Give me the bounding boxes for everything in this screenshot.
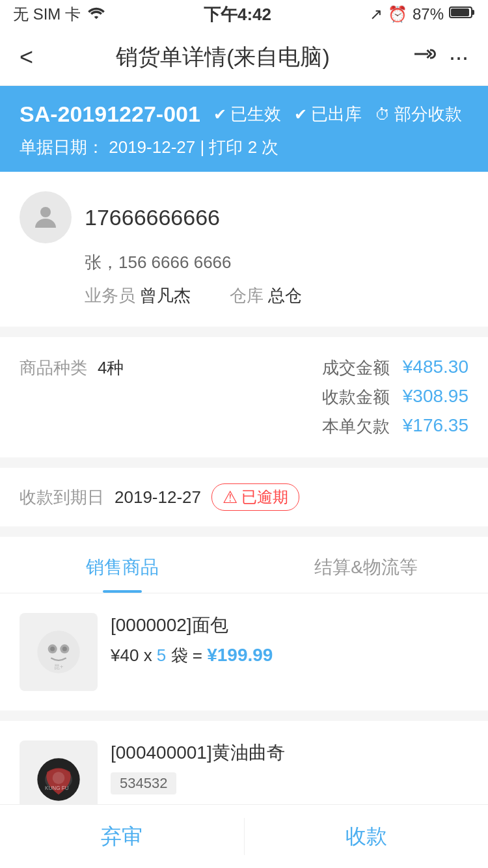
status-time: 下午4:42	[204, 3, 271, 26]
product-info-1: [0000002]面包 ¥40 x 5 袋 = ¥199.99	[111, 613, 468, 667]
order-id-row: SA-20191227-001 ✔ 已生效 ✔ 已出库 ⏱ 部分收款	[20, 102, 468, 127]
badge-partial: ⏱ 部分收款	[375, 103, 462, 126]
status-right: ↗ ⏰ 87%	[370, 5, 475, 23]
svg-point-12	[53, 772, 65, 784]
customer-phone: 17666666666	[85, 205, 220, 230]
wifi-icon	[87, 5, 105, 23]
product-sku-2: 534532	[111, 772, 176, 794]
page-title: 销货单详情(来自电脑)	[116, 42, 330, 72]
nav-bar: < 销货单详情(来自电脑) ···	[0, 29, 488, 86]
confirm-button[interactable]: 收款	[245, 805, 489, 868]
overdue-icon: ⚠	[223, 487, 237, 508]
tab-settlement[interactable]: 结算&物流等	[244, 537, 488, 593]
warehouse-meta: 仓库 总仓	[230, 284, 302, 307]
share-icon[interactable]	[413, 42, 436, 72]
product-name-2: [000400001]黄油曲奇	[111, 740, 468, 765]
bottom-bar: 弃审 收款	[0, 804, 488, 868]
deal-amount-row: 成交金额 ¥485.30	[322, 357, 468, 379]
carrier-text: 无 SIM 卡	[13, 4, 81, 25]
status-bar: 无 SIM 卡 下午4:42 ↗ ⏰ 87%	[0, 0, 488, 29]
order-date-row: 单据日期： 2019-12-27 | 打印 2 次	[20, 136, 468, 159]
battery-text: 87%	[413, 5, 444, 23]
battery-icon	[449, 5, 475, 23]
nav-actions: ···	[413, 42, 468, 72]
svg-point-3	[40, 207, 51, 217]
svg-rect-2	[451, 8, 469, 16]
overdue-badge: ⚠ 已逾期	[211, 483, 299, 511]
svg-point-7	[50, 647, 55, 651]
location-icon: ↗	[370, 5, 383, 23]
summary-left: 商品种类 4种	[20, 357, 124, 379]
badge-shipped: ✔ 已出库	[294, 103, 362, 126]
tabs-row: 销售商品 结算&物流等	[0, 537, 488, 593]
summary-section: 商品种类 4种 成交金额 ¥485.30 收款金额 ¥308.95 本单欠款 ¥…	[0, 337, 488, 457]
product-name-1: [0000002]面包	[111, 613, 468, 638]
product-image-1: 昆+	[20, 613, 98, 691]
svg-text:KUNG FU: KUNG FU	[45, 785, 69, 791]
customer-name: 张，156 6666 6666	[20, 251, 468, 274]
svg-point-8	[62, 647, 67, 651]
tab-sales-products[interactable]: 销售商品	[0, 537, 244, 593]
badge-effective: ✔ 已生效	[213, 103, 281, 126]
salesperson-meta: 业务员 曾凡杰	[85, 284, 191, 307]
back-button[interactable]: <	[20, 44, 33, 71]
alarm-icon: ⏰	[388, 5, 407, 23]
customer-row: 17666666666	[20, 191, 468, 243]
summary-row: 商品种类 4种 成交金额 ¥485.30 收款金额 ¥308.95 本单欠款 ¥…	[20, 357, 468, 438]
product-price-1: ¥40 x 5 袋 = ¥199.99	[111, 644, 468, 667]
customer-meta: 业务员 曾凡杰 仓库 总仓	[20, 284, 468, 307]
due-section: 收款到期日 2019-12-27 ⚠ 已逾期	[0, 468, 488, 526]
cancel-button[interactable]: 弃审	[0, 805, 244, 868]
status-left: 无 SIM 卡	[13, 4, 105, 25]
more-icon[interactable]: ···	[449, 44, 468, 71]
order-id: SA-20191227-001	[20, 102, 200, 127]
customer-section: 17666666666 张，156 6666 6666 业务员 曾凡杰 仓库 总…	[0, 172, 488, 327]
owed-amount-row: 本单欠款 ¥176.35	[322, 415, 468, 438]
received-amount-row: 收款金额 ¥308.95	[322, 386, 468, 409]
order-header: SA-20191227-001 ✔ 已生效 ✔ 已出库 ⏱ 部分收款 单据日期：…	[0, 86, 488, 172]
list-item: 昆+ [0000002]面包 ¥40 x 5 袋 = ¥199.99	[0, 593, 488, 711]
summary-right: 成交金额 ¥485.30 收款金额 ¥308.95 本单欠款 ¥176.35	[322, 357, 468, 438]
tabs-section: 销售商品 结算&物流等	[0, 537, 488, 593]
avatar	[20, 191, 72, 243]
svg-rect-1	[472, 10, 474, 15]
svg-text:昆+: 昆+	[54, 664, 63, 670]
